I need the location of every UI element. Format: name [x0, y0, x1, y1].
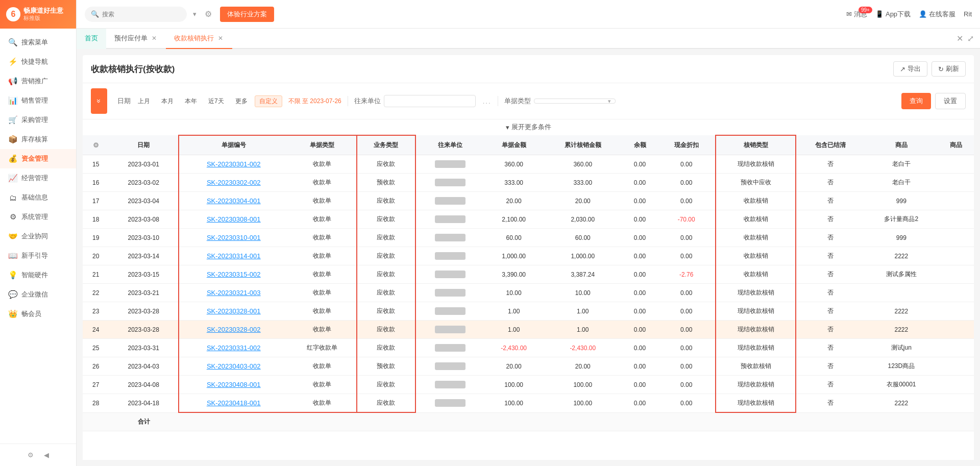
sidebar-item-0[interactable]: 🔍 搜索菜单 [0, 33, 76, 52]
bill-no-link[interactable]: SK-20230302-002 [207, 179, 261, 186]
cell-r3-c2[interactable]: SK-20230308-001 [179, 210, 288, 229]
page-title: 收款核销执行(按收款) [91, 63, 175, 75]
cell-r6-c12: 测试多属性 [865, 265, 938, 284]
online-service-action[interactable]: 👤 在线客服 [919, 10, 955, 19]
app-download-action[interactable]: 📱 App下载 [875, 10, 911, 19]
search-input[interactable] [102, 11, 174, 18]
last7-button[interactable]: 近7天 [204, 95, 228, 107]
cell-r2-c2[interactable]: SK-20230304-001 [179, 192, 288, 210]
custom-date-button[interactable]: 自定义 [255, 95, 282, 107]
cell-r6-c1: 2023-03-15 [109, 265, 179, 284]
cell-r13-c3: 收款单 [288, 394, 356, 413]
setting-button[interactable]: 设置 [935, 93, 966, 109]
table-gear-icon[interactable]: ⚙ [93, 141, 99, 149]
bill-type-select[interactable] [534, 99, 616, 104]
tabbar-expand-icon[interactable]: ⤢ [967, 34, 974, 43]
sidebar-item-6[interactable]: 💰 资金管理 [0, 149, 76, 168]
cell-r6-c7: 3,387.24 [544, 265, 622, 284]
this-month-button[interactable]: 本月 [157, 95, 178, 107]
sidebar-item-13[interactable]: 💬 企业微信 [0, 285, 76, 304]
bill-no-link[interactable]: SK-20230314-001 [207, 252, 261, 260]
cell-r3-c7: 2,030.00 [544, 210, 622, 229]
sidebar-item-9[interactable]: ⚙ 系统管理 [0, 207, 76, 227]
refresh-button[interactable]: ↻ 刷新 [932, 61, 966, 77]
cell-r5-c2[interactable]: SK-20230314-001 [179, 247, 288, 265]
cell-r4-c1: 2023-03-10 [109, 229, 179, 247]
partner-dots[interactable]: ... [483, 97, 492, 105]
cell-r13-c2[interactable]: SK-20230418-001 [179, 394, 288, 413]
cell-r4-c2[interactable]: SK-20230310-001 [179, 229, 288, 247]
bill-no-link[interactable]: SK-20230328-002 [207, 326, 261, 333]
cell-r9-c2[interactable]: SK-20230328-002 [179, 321, 288, 339]
cell-r6-c2[interactable]: SK-20230315-002 [179, 265, 288, 284]
topbar: 🔍 ▾ ⚙ 体验行业方案 ✉ 消息 99+ 📱 App下载 👤 在线客服 Rit [77, 0, 980, 29]
cell-r13-c7: 100.00 [544, 394, 622, 413]
bill-no-link[interactable]: SK-20230308-001 [207, 215, 261, 223]
bill-no-link[interactable]: SK-20230408-001 [207, 381, 261, 388]
expand-conditions-button[interactable]: ▾ 展开更多条件 [506, 122, 551, 132]
cell-r9-c6: 1.00 [484, 321, 544, 339]
toggle-filter-button[interactable]: » [91, 88, 107, 114]
sidebar-icon-14: 👑 [8, 309, 17, 318]
cell-r5-c11: 否 [796, 247, 864, 265]
cell-r10-c1: 2023-03-31 [109, 339, 179, 357]
sidebar-item-1[interactable]: ⚡ 快捷导航 [0, 52, 76, 71]
sidebar-label-6: 资金管理 [21, 154, 48, 163]
cell-r0-c11: 否 [796, 155, 864, 174]
sidebar-item-7[interactable]: 📈 经营管理 [0, 168, 76, 188]
bill-no-link[interactable]: SK-20230304-001 [207, 197, 261, 205]
total-cell-7 [544, 412, 622, 431]
sidebar-item-4[interactable]: 🛒 采购管理 [0, 110, 76, 130]
sidebar-item-11[interactable]: 📖 新手引导 [0, 246, 76, 265]
cell-r10-c2[interactable]: SK-20230331-002 [179, 339, 288, 357]
bill-no-link[interactable]: SK-20230315-002 [207, 271, 261, 278]
sidebar-item-14[interactable]: 👑 畅会员 [0, 304, 76, 324]
cell-r8-c2[interactable]: SK-20230328-001 [179, 302, 288, 321]
cell-r11-c2[interactable]: SK-20230403-002 [179, 357, 288, 376]
sidebar-item-3[interactable]: 📊 销售管理 [0, 91, 76, 110]
sidebar-collapse-button[interactable]: ◀ [40, 448, 53, 462]
cell-r12-c13 [938, 376, 974, 394]
more-date-button[interactable]: 更多 [231, 95, 252, 107]
sidebar-item-5[interactable]: 📦 库存核算 [0, 130, 76, 149]
sidebar-label-13: 企业微信 [21, 290, 48, 299]
topbar-search[interactable]: 🔍 [85, 7, 187, 22]
cell-r1-c2[interactable]: SK-20230302-002 [179, 174, 288, 192]
tab-1[interactable]: 预付应付单✕ [106, 29, 166, 49]
bill-no-link[interactable]: SK-20230328-001 [207, 307, 261, 315]
sidebar-item-10[interactable]: 🤝 企业协同 [0, 227, 76, 246]
bill-no-link[interactable]: SK-20230321-003 [207, 289, 261, 297]
tab-close-1[interactable]: ✕ [151, 34, 158, 43]
message-action[interactable]: ✉ 消息 99+ [846, 10, 867, 19]
export-button[interactable]: ↗ 导出 [893, 61, 927, 77]
table-container: ⚙日期单据编号单据类型业务类型往来单位单据金额累计核销金额余额现金折扣核销类型包… [83, 135, 974, 460]
tabbar-close-icon[interactable]: ✕ [957, 34, 963, 43]
cell-r7-c2[interactable]: SK-20230321-003 [179, 284, 288, 302]
sidebar-item-8[interactable]: 🗂 基础信息 [0, 188, 76, 207]
partner-input[interactable] [384, 95, 476, 107]
bill-no-link[interactable]: SK-20230301-002 [207, 160, 261, 168]
sidebar-item-2[interactable]: 📢 营销推广 [0, 71, 76, 91]
bill-no-link[interactable]: SK-20230331-002 [207, 344, 261, 352]
sidebar-item-12[interactable]: 💡 智能硬件 [0, 265, 76, 285]
last-month-button[interactable]: 上月 [134, 95, 154, 107]
bill-no-link[interactable]: SK-20230418-001 [207, 399, 261, 407]
tab-2[interactable]: 收款核销执行✕ [166, 29, 232, 49]
sidebar-settings-button[interactable]: ⚙ [23, 448, 38, 462]
cell-r12-c2[interactable]: SK-20230408-001 [179, 376, 288, 394]
tab-close-2[interactable]: ✕ [217, 34, 224, 43]
chevron-down-icon[interactable]: ▾ [193, 10, 197, 18]
partner-text-input[interactable] [389, 97, 466, 105]
bill-no-link[interactable]: SK-20230310-001 [207, 234, 261, 241]
query-button[interactable]: 查询 [901, 93, 931, 109]
bill-no-link[interactable]: SK-20230403-002 [207, 362, 261, 370]
topbar-gear-icon[interactable]: ⚙ [203, 7, 214, 21]
this-year-button[interactable]: 本年 [181, 95, 201, 107]
user-action[interactable]: Rit [964, 10, 972, 18]
solution-button[interactable]: 体验行业方案 [220, 7, 274, 22]
tab-0[interactable]: 首页 [77, 29, 106, 49]
cell-r6-c0: 21 [83, 265, 109, 284]
cell-r0-c2[interactable]: SK-20230301-002 [179, 155, 288, 174]
cell-r4-c0: 19 [83, 229, 109, 247]
sidebar-icon-6: 💰 [8, 154, 17, 163]
